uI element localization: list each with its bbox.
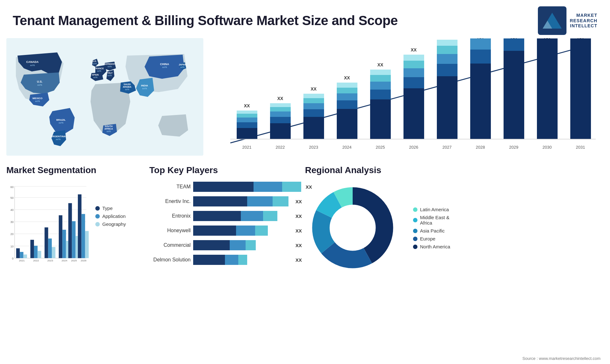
regional-donut-chart <box>305 180 400 275</box>
svg-text:xx%: xx% <box>142 87 147 90</box>
growth-bar-chart: XX 2021 XX 2022 XX 2023 <box>210 38 604 156</box>
svg-text:2031: 2031 <box>576 145 585 150</box>
svg-text:MEXICO: MEXICO <box>32 97 43 100</box>
legend-type-dot <box>95 206 100 211</box>
svg-rect-66 <box>370 90 391 99</box>
svg-rect-59 <box>337 100 357 109</box>
legend-application: Application <box>95 213 126 219</box>
player-name: TEAM <box>149 184 191 190</box>
svg-rect-83 <box>437 40 458 46</box>
svg-text:XX: XX <box>344 75 350 80</box>
svg-text:xx%: xx% <box>125 88 129 91</box>
svg-rect-41 <box>237 111 257 114</box>
legend-middle-east: Middle East &Africa <box>413 215 450 226</box>
svg-rect-53 <box>303 103 324 109</box>
player-name: Honeywell <box>149 228 191 233</box>
svg-rect-61 <box>337 88 357 93</box>
svg-text:2029: 2029 <box>509 145 518 150</box>
legend-me-label: Middle East &Africa <box>420 215 450 226</box>
legend-latin-label: Latin America <box>420 207 449 212</box>
svg-rect-73 <box>403 77 424 88</box>
svg-rect-51 <box>303 117 324 139</box>
map-section: CANADA xx% U.S. xx% MEXICO xx% BRAZIL xx… <box>6 38 203 159</box>
legend-north-america: North America <box>413 244 450 249</box>
svg-rect-46 <box>270 111 291 117</box>
svg-text:xx%: xx% <box>107 74 112 77</box>
svg-rect-52 <box>303 109 324 117</box>
svg-rect-122 <box>30 240 34 258</box>
legend-geo-label: Geography <box>102 221 126 227</box>
svg-rect-68 <box>370 75 391 82</box>
legend-ap-dot <box>413 229 417 233</box>
svg-text:XX: XX <box>544 38 550 39</box>
svg-text:2025: 2025 <box>71 259 77 262</box>
svg-rect-81 <box>437 54 458 64</box>
svg-rect-38 <box>237 122 257 128</box>
svg-text:xx%: xx% <box>106 130 111 132</box>
player-value: XX <box>295 243 302 248</box>
svg-text:xx%: xx% <box>30 64 35 67</box>
top-section: CANADA xx% U.S. xx% MEXICO xx% BRAZIL xx… <box>0 38 610 162</box>
svg-text:xx%: xx% <box>97 70 101 72</box>
player-name: Delmon Solution <box>149 257 191 263</box>
player-row: Delmon Solution XX <box>149 255 302 265</box>
svg-rect-86 <box>470 64 491 139</box>
svg-text:xx%: xx% <box>162 66 167 69</box>
svg-text:10: 10 <box>10 245 14 248</box>
svg-text:xx%: xx% <box>93 76 97 78</box>
svg-text:SPAIN: SPAIN <box>92 74 99 76</box>
svg-rect-47 <box>270 107 291 111</box>
svg-text:U.K.: U.K. <box>92 60 97 62</box>
logo-area: MARKET RESEARCH INTELLECT <box>538 6 597 35</box>
svg-text:2030: 2030 <box>543 145 552 150</box>
svg-text:2024: 2024 <box>342 145 352 150</box>
svg-rect-127 <box>48 239 52 258</box>
svg-rect-55 <box>303 94 324 98</box>
regional-title: Regional Analysis <box>305 165 604 175</box>
svg-text:BRAZIL: BRAZIL <box>56 118 65 121</box>
segmentation-chart: 0 10 20 30 40 50 60 <box>6 180 89 269</box>
svg-text:2023: 2023 <box>309 145 318 150</box>
player-name: Commercial <box>149 242 191 248</box>
brand-line2: RESEARCH <box>570 18 597 24</box>
header: Tenant Management & Billing Software Mar… <box>0 0 610 38</box>
svg-rect-134 <box>68 203 72 258</box>
svg-rect-128 <box>52 247 55 258</box>
svg-text:XX: XX <box>511 38 517 39</box>
player-row: TEAM XX <box>149 182 302 192</box>
svg-rect-65 <box>370 99 391 139</box>
svg-text:XX: XX <box>377 62 383 67</box>
svg-rect-48 <box>270 103 291 107</box>
svg-rect-60 <box>337 93 357 100</box>
svg-text:60: 60 <box>10 185 14 189</box>
svg-rect-67 <box>370 82 391 90</box>
svg-rect-123 <box>34 246 37 258</box>
svg-rect-39 <box>237 118 257 122</box>
svg-rect-69 <box>370 70 391 75</box>
legend-na-dot <box>413 245 417 249</box>
legend-type-label: Type <box>102 206 113 211</box>
svg-text:CHINA: CHINA <box>160 63 169 66</box>
legend-eu-label: Europe <box>420 236 435 241</box>
player-row: Commercial XX <box>149 240 302 250</box>
svg-text:xx%: xx% <box>58 121 63 124</box>
svg-rect-82 <box>437 46 458 54</box>
svg-text:CANADA: CANADA <box>26 60 39 64</box>
svg-rect-138 <box>78 194 81 258</box>
legend-app-dot <box>95 214 100 219</box>
legend-asia-pacific: Asia Pacific <box>413 228 450 233</box>
legend-app-label: Application <box>102 213 125 219</box>
player-name: Enertiv Inc. <box>149 199 191 204</box>
player-row: Honeywell XX <box>149 226 302 236</box>
svg-rect-91 <box>504 51 524 139</box>
player-value: XX <box>295 199 302 204</box>
regional-legend: Latin America Middle East &Africa Asia P… <box>413 207 450 252</box>
svg-rect-130 <box>59 215 62 258</box>
svg-rect-140 <box>85 231 89 258</box>
svg-rect-124 <box>37 251 41 258</box>
svg-text:XX: XX <box>277 96 283 101</box>
legend-type: Type <box>95 206 126 211</box>
svg-text:2022: 2022 <box>33 259 39 262</box>
svg-text:XX: XX <box>478 38 484 39</box>
svg-rect-62 <box>337 83 357 88</box>
